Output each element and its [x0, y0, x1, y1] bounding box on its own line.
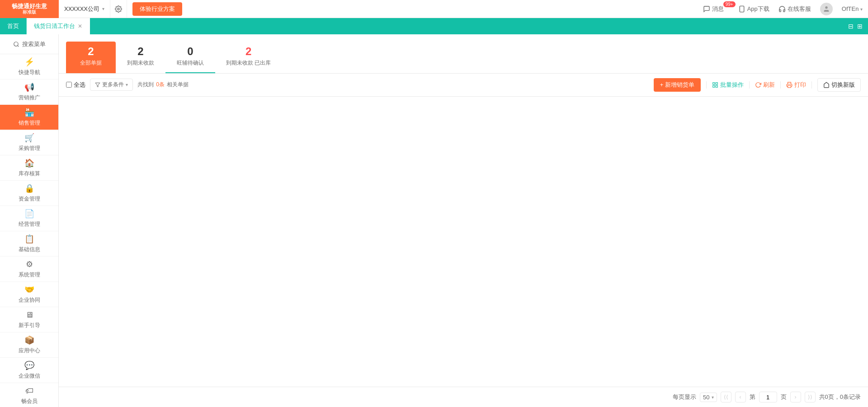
tab-workbench[interactable]: 钱货日清工作台 ✕ [27, 18, 90, 34]
last-page-button[interactable]: ⟩⟩ [805, 392, 816, 402]
message-badge: 99+ [723, 1, 736, 7]
marketing-icon: 📢 [24, 82, 34, 92]
wechat-icon: 💬 [24, 360, 34, 370]
sidebar-item-sales[interactable]: 🏪 销售管理 [0, 105, 58, 130]
sidebar-item-system[interactable]: ⚙ 系统管理 [0, 257, 58, 282]
print-button[interactable]: 打印 [786, 81, 806, 89]
user-name[interactable]: OfTEn ▾ [842, 5, 863, 12]
stat-tab-pending[interactable]: 0 旺辅待确认 [165, 42, 215, 73]
sidebar-item-label: 快捷导航 [19, 69, 40, 76]
table-area [59, 97, 868, 387]
user-chevron-icon: ▾ [860, 7, 863, 12]
content-area: 2 全部单据 2 到期未收款 0 旺辅待确认 2 到期未收款 已出库 全选 [59, 34, 868, 407]
sidebar-item-label: 库存核算 [19, 170, 40, 178]
page-suffix: 页 [781, 393, 787, 401]
online-service-button[interactable]: 在线客服 [778, 5, 811, 13]
stat-num-pending: 0 [176, 45, 204, 58]
switch-btn-label: 切换新版 [831, 81, 855, 89]
search-menu-button[interactable]: 搜索菜单 [0, 34, 58, 54]
page-size-value: 50 [703, 394, 709, 401]
guide-icon: 🖥 [25, 310, 33, 320]
restore-window-icon[interactable]: ⊟ [848, 23, 854, 30]
svg-rect-10 [716, 85, 717, 87]
tab-workbench-label: 钱货日清工作台 [34, 22, 75, 30]
svg-point-3 [825, 6, 827, 9]
tab-home[interactable]: 首页 [0, 18, 27, 34]
page-size-selector[interactable]: 50 ▾ [700, 393, 717, 402]
topbar-right: 消息 99+ App下载 在线客服 OfTEn ▾ [698, 3, 863, 15]
avatar[interactable] [820, 3, 833, 15]
stat-tab-shipped[interactable]: 2 到期未收款 已出库 [215, 42, 282, 73]
settings-button[interactable] [110, 0, 127, 18]
stat-label-all: 全部单据 [77, 59, 105, 67]
sidebar: 搜索菜单 ⚡ 快捷导航 📢 营销推广 🏪 销售管理 🛒 采购管理 🏠 库存核算 … [0, 34, 59, 407]
svg-rect-1 [740, 6, 744, 12]
app-download-button[interactable]: App下载 [738, 5, 769, 13]
logo-sub: 标准版 [23, 9, 36, 15]
search-menu-label: 搜索菜单 [22, 40, 46, 48]
select-all-input[interactable] [66, 82, 72, 88]
sidebar-item-wechat[interactable]: 💬 企业微信 [0, 358, 58, 383]
enterprise-icon: 🤝 [24, 285, 34, 295]
next-page-button[interactable]: › [790, 392, 801, 402]
sidebar-item-purchase[interactable]: 🛒 采购管理 [0, 130, 58, 155]
stat-tab-overdue[interactable]: 2 到期未收款 [116, 42, 165, 73]
sidebar-item-quick-nav[interactable]: ⚡ 快捷导航 [0, 54, 58, 80]
sidebar-item-label: 资金管理 [19, 195, 40, 203]
stat-label-pending: 旺辅待确认 [176, 59, 204, 67]
svg-rect-8 [716, 83, 717, 84]
sidebar-item-member[interactable]: 🏷 畅会员 [0, 383, 58, 407]
sidebar-item-label: 采购管理 [19, 145, 40, 152]
expand-window-icon[interactable]: ⊞ [857, 23, 863, 30]
add-sales-order-button[interactable]: + 新增销货单 [654, 78, 701, 92]
divider4 [811, 81, 812, 89]
sidebar-item-label: 新手引导 [19, 322, 40, 329]
stat-num-overdue: 2 [127, 45, 155, 58]
batch-operation-label: 批量操作 [720, 81, 744, 89]
divider2 [749, 81, 750, 89]
first-page-button[interactable]: ⟨⟨ [721, 392, 731, 402]
toolbar-left: 全选 更多条件 ▾ 共找到 0条 相关单据 [66, 79, 648, 91]
filter-button[interactable]: 更多条件 ▾ [90, 79, 133, 91]
sidebar-item-basic-info[interactable]: 📋 基础信息 [0, 231, 58, 257]
message-button[interactable]: 消息 99+ [698, 5, 729, 13]
sidebar-item-label: 畅会员 [21, 398, 38, 405]
sidebar-item-enterprise[interactable]: 🤝 企业协同 [0, 282, 58, 307]
prev-page-button[interactable]: ‹ [735, 392, 746, 402]
topbar-left: 畅捷通好生意 标准版 XXXXXX公司 ▾ 体验行业方案 [0, 0, 182, 18]
sidebar-item-inventory[interactable]: 🏠 库存核算 [0, 155, 58, 181]
sidebar-item-label: 系统管理 [19, 271, 40, 279]
sidebar-item-label: 企业协同 [19, 296, 40, 304]
select-all-label: 全选 [74, 81, 85, 89]
sidebar-item-marketing[interactable]: 📢 营销推广 [0, 80, 58, 105]
svg-rect-7 [713, 83, 715, 84]
sidebar-item-operations[interactable]: 📄 经营管理 [0, 206, 58, 231]
filter-chevron-icon: ▾ [126, 82, 128, 87]
switch-new-version-button[interactable]: 切换新版 [817, 78, 861, 92]
quick-nav-icon: ⚡ [24, 57, 34, 67]
sidebar-item-finance[interactable]: 🔒 资金管理 [0, 181, 58, 206]
sidebar-item-label: 基础信息 [19, 246, 40, 253]
sidebar-item-guide[interactable]: 🖥 新手引导 [0, 307, 58, 332]
stat-tab-all[interactable]: 2 全部单据 [66, 42, 116, 73]
batch-operation-button[interactable]: 批量操作 [712, 81, 744, 89]
close-tab-icon[interactable]: ✕ [78, 23, 82, 29]
company-selector[interactable]: XXXXXX公司 ▾ [59, 0, 110, 18]
nav-tabs: 首页 钱货日清工作台 ✕ ⊟ ⊞ [0, 18, 868, 34]
sidebar-item-app-center[interactable]: 📦 应用中心 [0, 332, 58, 358]
experience-button[interactable]: 体验行业方案 [132, 2, 182, 16]
nav-tabs-controls: ⊟ ⊞ [848, 23, 868, 30]
found-count: 0条 [156, 81, 165, 88]
page-input[interactable] [759, 392, 777, 402]
pagination: 每页显示 50 ▾ ⟨⟨ ‹ 第 页 › ⟩⟩ 共0页，0条记录 [59, 387, 868, 407]
app-download-label: App下载 [747, 5, 769, 13]
sales-icon: 🏪 [24, 108, 34, 117]
refresh-button[interactable]: 刷新 [755, 81, 775, 89]
stat-num-all: 2 [77, 45, 105, 58]
toolbar-right: + 新增销货单 批量操作 刷新 [654, 78, 861, 92]
online-service-label: 在线客服 [788, 5, 811, 13]
member-icon: 🏷 [25, 386, 33, 396]
sidebar-item-label: 销售管理 [19, 119, 40, 127]
select-all-checkbox[interactable]: 全选 [66, 81, 85, 89]
found-suffix: 相关单据 [167, 81, 189, 88]
